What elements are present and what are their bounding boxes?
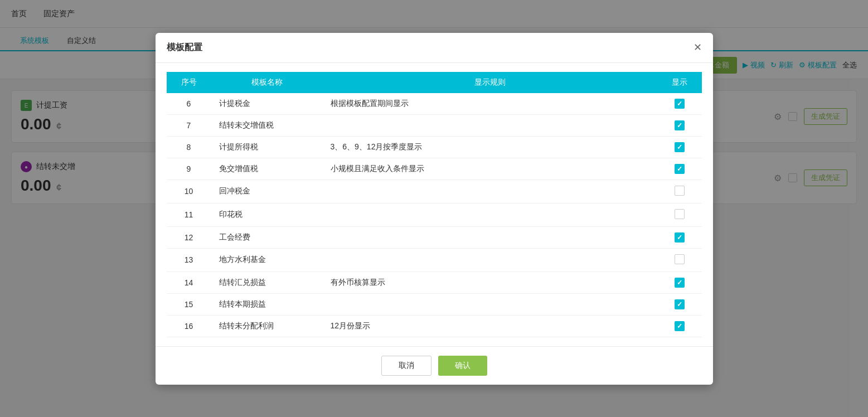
row-display[interactable] bbox=[657, 226, 702, 248]
col-header-rule: 显示规则 bbox=[323, 72, 657, 93]
row-id: 16 bbox=[167, 315, 211, 337]
table-row: 11印花税 bbox=[167, 203, 702, 226]
row-rule bbox=[323, 114, 657, 136]
display-checkbox[interactable] bbox=[675, 254, 685, 264]
config-table: 序号 模板名称 显示规则 显示 6计提税金根据模板配置期间显示7结转未交增值税8… bbox=[167, 72, 702, 337]
row-rule: 3、6、9、12月按季度显示 bbox=[323, 136, 657, 158]
row-id: 8 bbox=[167, 136, 211, 158]
display-checkbox[interactable] bbox=[675, 299, 685, 309]
row-display[interactable] bbox=[657, 180, 702, 203]
col-header-display: 显示 bbox=[657, 72, 702, 93]
row-rule bbox=[323, 293, 657, 315]
row-id: 14 bbox=[167, 271, 211, 293]
row-display[interactable] bbox=[657, 248, 702, 271]
table-row: 10回冲税金 bbox=[167, 180, 702, 203]
row-name: 回冲税金 bbox=[211, 180, 323, 203]
display-checkbox[interactable] bbox=[675, 120, 685, 130]
row-display[interactable] bbox=[657, 271, 702, 293]
row-rule bbox=[323, 180, 657, 203]
table-row: 12工会经费 bbox=[167, 226, 702, 248]
display-checkbox[interactable] bbox=[675, 142, 685, 152]
row-rule: 小规模且满足收入条件显示 bbox=[323, 158, 657, 180]
modal-body: 序号 模板名称 显示规则 显示 6计提税金根据模板配置期间显示7结转未交增值税8… bbox=[156, 63, 713, 346]
row-name: 结转未分配利润 bbox=[211, 315, 323, 337]
row-id: 10 bbox=[167, 180, 211, 203]
table-row: 7结转未交增值税 bbox=[167, 114, 702, 136]
display-checkbox[interactable] bbox=[675, 321, 685, 331]
row-display[interactable] bbox=[657, 315, 702, 337]
row-display[interactable] bbox=[657, 158, 702, 180]
row-rule bbox=[323, 248, 657, 271]
row-display[interactable] bbox=[657, 293, 702, 315]
row-name: 印花税 bbox=[211, 203, 323, 226]
modal-footer: 取消 确认 bbox=[156, 346, 713, 385]
confirm-button[interactable]: 确认 bbox=[438, 356, 487, 376]
row-name: 结转未交增值税 bbox=[211, 114, 323, 136]
row-rule bbox=[323, 203, 657, 226]
row-id: 9 bbox=[167, 158, 211, 180]
table-row: 16结转未分配利润12月份显示 bbox=[167, 315, 702, 337]
row-rule bbox=[323, 226, 657, 248]
col-header-id: 序号 bbox=[167, 72, 211, 93]
display-checkbox[interactable] bbox=[675, 278, 685, 288]
display-checkbox[interactable] bbox=[675, 164, 685, 174]
row-rule: 根据模板配置期间显示 bbox=[323, 93, 657, 115]
modal-close-button[interactable]: ✕ bbox=[694, 42, 702, 52]
row-name: 结转汇兑损益 bbox=[211, 271, 323, 293]
row-name: 计提所得税 bbox=[211, 136, 323, 158]
row-id: 11 bbox=[167, 203, 211, 226]
row-id: 12 bbox=[167, 226, 211, 248]
row-name: 工会经费 bbox=[211, 226, 323, 248]
row-name: 免交增值税 bbox=[211, 158, 323, 180]
row-id: 15 bbox=[167, 293, 211, 315]
modal-header: 模板配置 ✕ bbox=[156, 33, 713, 63]
row-display[interactable] bbox=[657, 93, 702, 115]
table-row: 9免交增值税小规模且满足收入条件显示 bbox=[167, 158, 702, 180]
row-name: 结转本期损益 bbox=[211, 293, 323, 315]
row-display[interactable] bbox=[657, 136, 702, 158]
row-rule: 有外币核算显示 bbox=[323, 271, 657, 293]
table-row: 8计提所得税3、6、9、12月按季度显示 bbox=[167, 136, 702, 158]
display-checkbox[interactable] bbox=[675, 99, 685, 109]
table-row: 15结转本期损益 bbox=[167, 293, 702, 315]
col-header-name: 模板名称 bbox=[211, 72, 323, 93]
table-row: 6计提税金根据模板配置期间显示 bbox=[167, 93, 702, 115]
row-id: 13 bbox=[167, 248, 211, 271]
row-name: 计提税金 bbox=[211, 93, 323, 115]
table-row: 13地方水利基金 bbox=[167, 248, 702, 271]
row-display[interactable] bbox=[657, 203, 702, 226]
cancel-button[interactable]: 取消 bbox=[381, 356, 431, 376]
row-display[interactable] bbox=[657, 114, 702, 136]
template-config-modal: 模板配置 ✕ 序号 模板名称 显示规则 显示 6计提税金根据模板配置期间显示7结… bbox=[156, 33, 713, 385]
display-checkbox[interactable] bbox=[675, 232, 685, 243]
row-id: 7 bbox=[167, 114, 211, 136]
display-checkbox[interactable] bbox=[675, 186, 685, 196]
display-checkbox[interactable] bbox=[675, 209, 685, 219]
row-rule: 12月份显示 bbox=[323, 315, 657, 337]
modal-overlay: 模板配置 ✕ 序号 模板名称 显示规则 显示 6计提税金根据模板配置期间显示7结… bbox=[0, 0, 868, 417]
row-name: 地方水利基金 bbox=[211, 248, 323, 271]
modal-title: 模板配置 bbox=[167, 42, 202, 54]
table-row: 14结转汇兑损益有外币核算显示 bbox=[167, 271, 702, 293]
row-id: 6 bbox=[167, 93, 211, 115]
